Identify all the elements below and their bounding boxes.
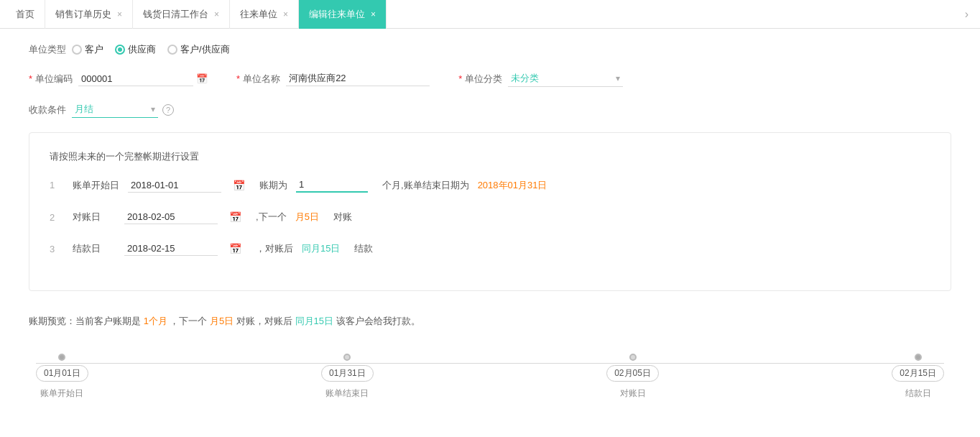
timeline-point-1: 01月31日 账单结束日: [321, 354, 374, 400]
tab-home[interactable]: 首页: [6, 0, 45, 29]
main-content: 单位类型 客户 供应商 客户/供应商 * 单位编码: [0, 29, 980, 437]
step-3-prefix: ，对账后: [256, 242, 293, 255]
unit-category-label: 单位分类: [465, 73, 502, 86]
payment-terms-arrow: ▾: [151, 104, 155, 114]
step-date-input-3[interactable]: [124, 242, 218, 256]
payment-terms-group: 收款条件 月结 ▾ ?: [29, 101, 174, 118]
step-2-highlight: 月5日: [295, 211, 319, 224]
timeline-label-2: 对账日: [620, 387, 646, 400]
unit-category-arrow: ▾: [616, 73, 620, 83]
preview-highlight3: 同月15日: [295, 316, 333, 326]
unit-type-label: 单位类型: [29, 43, 66, 56]
tab-edit-partner-unit-close[interactable]: ×: [371, 9, 376, 19]
step-label-3: 结款日: [73, 242, 116, 255]
timeline-label-0: 账单开始日: [40, 387, 83, 400]
unit-name-star: *: [236, 73, 240, 84]
step-row-1: 1 账单开始日 📅 账期为 个月,账单结束日期为 2018年01月31日: [50, 178, 930, 193]
calendar-icon-1[interactable]: 📅: [233, 180, 245, 191]
radio-customer-supplier-circle: [167, 45, 177, 55]
payment-terms-help-icon[interactable]: ?: [162, 104, 174, 116]
payment-terms-select[interactable]: 月结 ▾: [72, 101, 158, 118]
period-value-input[interactable]: [296, 178, 368, 193]
step-label-1: 账单开始日: [73, 179, 119, 192]
tab-cash-reconciliation-close[interactable]: ×: [214, 9, 219, 19]
tab-sales-order-history-label: 销售订单历史: [55, 8, 111, 21]
radio-customer-circle: [72, 45, 82, 55]
timeline-point-0: 01月01日 账单开始日: [36, 354, 88, 400]
timeline-dot-3: [915, 354, 922, 361]
step-date-input-1[interactable]: [128, 178, 221, 193]
payment-terms-label: 收款条件: [29, 104, 66, 116]
radio-supplier-circle: [115, 45, 125, 55]
radio-customer-supplier[interactable]: 客户/供应商: [167, 43, 230, 56]
tab-sales-order-history[interactable]: 销售订单历史 ×: [45, 0, 133, 29]
timeline-dot-0: [58, 354, 65, 361]
preview-highlight2: 月5日: [210, 316, 234, 326]
tab-cash-reconciliation[interactable]: 钱货日清工作台 ×: [133, 0, 230, 29]
timeline-label-3: 结款日: [905, 387, 931, 400]
preview-prefix: 账期预览：当前客户账期是: [29, 316, 141, 326]
preview-middle2: 对账，对账后: [236, 316, 292, 326]
unit-code-star: *: [29, 73, 32, 84]
timeline: 01月01日 账单开始日 01月31日 账单结束日 02月05日 对账日 02月…: [29, 354, 951, 400]
timeline-label-1: 账单结束日: [325, 387, 369, 400]
step-row-2: 2 对账日 📅 ,下一个 月5日 对账: [50, 210, 930, 224]
step-num-1: 1: [50, 180, 64, 190]
step-3-highlight: 同月15日: [302, 242, 340, 255]
timeline-point-3: 02月15日 结款日: [892, 354, 944, 400]
calendar-icon-2[interactable]: 📅: [229, 211, 241, 223]
unit-code-group: * 单位编码 📅: [29, 72, 208, 86]
timeline-badge-3: 02月15日: [892, 365, 944, 382]
radio-customer-label: 客户: [85, 43, 103, 56]
tab-home-label: 首页: [16, 8, 34, 21]
unit-category-group: * 单位分类 未分类 ▾: [458, 70, 623, 87]
step-2-prefix: ,下一个: [256, 211, 287, 224]
timeline-badge-2: 02月05日: [606, 365, 659, 382]
unit-info-row: * 单位编码 📅 * 单位名称 * 单位分类 未分类 ▾: [29, 70, 951, 87]
radio-group-unit-type: 客户 供应商 客户/供应商: [72, 43, 230, 56]
timeline-dot-2: [629, 354, 637, 361]
settings-title: 请按照未来的一个完整帐期进行设置: [50, 150, 930, 163]
step-label-2: 对账日: [73, 211, 116, 224]
timeline-dot-1: [343, 354, 351, 361]
step-3-suffix: 结款: [354, 242, 373, 255]
step-row-3: 3 结款日 📅 ，对账后 同月15日 结款: [50, 242, 930, 256]
unit-code-icon[interactable]: 📅: [196, 73, 208, 84]
tab-cash-reconciliation-label: 钱货日清工作台: [143, 8, 208, 21]
settings-box: 请按照未来的一个完整帐期进行设置 1 账单开始日 📅 账期为 个月,账单结束日期…: [29, 132, 951, 291]
tab-sales-order-history-close[interactable]: ×: [117, 9, 122, 19]
unit-name-group: * 单位名称: [236, 72, 430, 86]
unit-name-input[interactable]: [286, 72, 430, 86]
step-date-input-2[interactable]: [124, 210, 218, 224]
unit-type-row: 单位类型 客户 供应商 客户/供应商: [29, 43, 951, 56]
step-num-2: 2: [50, 212, 64, 223]
payment-terms-value: 月结: [75, 103, 151, 116]
timeline-points: 01月01日 账单开始日 01月31日 账单结束日 02月05日 对账日 02月…: [36, 354, 944, 400]
tab-partner-units-label: 往来单位: [240, 8, 277, 21]
tab-edit-partner-unit[interactable]: 编辑往来单位 ×: [299, 0, 387, 29]
tab-bar: 首页 销售订单历史 × 钱货日清工作台 × 往来单位 × 编辑往来单位 × ›: [0, 0, 980, 29]
step-num-3: 3: [50, 244, 64, 254]
timeline-badge-1: 01月31日: [321, 365, 374, 382]
radio-supplier-label: 供应商: [128, 43, 156, 56]
timeline-badge-0: 01月01日: [36, 365, 88, 382]
preview-section: 账期预览：当前客户账期是 1个月 ，下一个 月5日 对账，对账后 同月15日 该…: [29, 303, 951, 339]
calendar-icon-3[interactable]: 📅: [229, 243, 241, 254]
unit-category-star: *: [458, 73, 462, 84]
payment-terms-row: 收款条件 月结 ▾ ?: [29, 101, 951, 118]
unit-type-group: 单位类型 客户 供应商 客户/供应商: [29, 43, 230, 56]
tab-bar-arrow[interactable]: ›: [959, 8, 974, 21]
radio-supplier[interactable]: 供应商: [115, 43, 156, 56]
unit-code-input[interactable]: [78, 72, 193, 86]
tab-partner-units-close[interactable]: ×: [283, 9, 288, 19]
timeline-point-2: 02月05日 对账日: [606, 354, 659, 400]
radio-customer[interactable]: 客户: [72, 43, 103, 56]
step-period-unit: 个月,账单结束日期为: [382, 179, 469, 192]
preview-highlight1: 1个月: [144, 316, 167, 326]
step-period-label: 账期为: [259, 179, 287, 192]
tab-partner-units[interactable]: 往来单位 ×: [230, 0, 299, 29]
unit-category-value: 未分类: [511, 72, 616, 85]
unit-category-select[interactable]: 未分类 ▾: [508, 70, 623, 87]
unit-code-label: 单位编码: [35, 73, 73, 86]
tab-edit-partner-unit-label: 编辑往来单位: [309, 8, 365, 21]
